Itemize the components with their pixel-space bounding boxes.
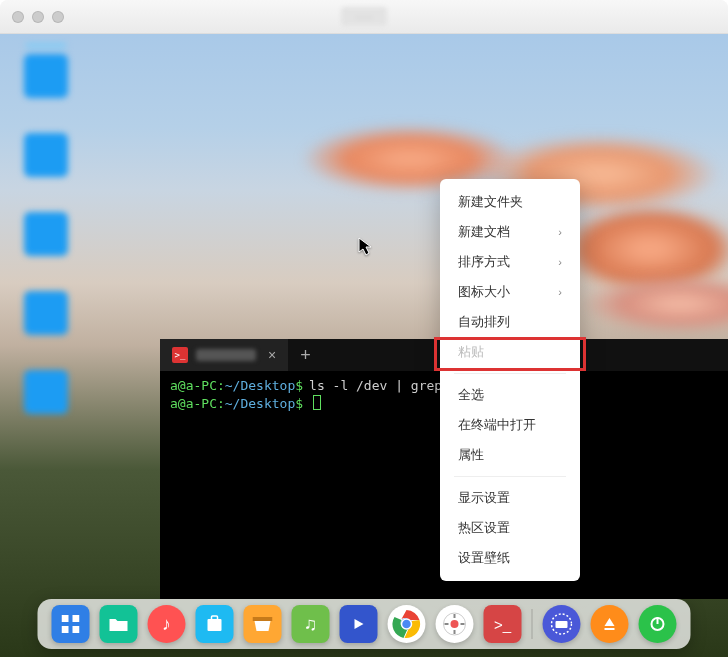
prompt-user: a@a-PC	[170, 396, 217, 411]
chevron-right-icon: ›	[558, 226, 562, 238]
terminal-icon-glyph: >_	[175, 350, 186, 360]
note-icon: ♫	[304, 615, 318, 633]
ctx-item-label: 在终端中打开	[458, 416, 536, 434]
svg-rect-1	[73, 615, 80, 622]
chevron-right-icon: ›	[558, 286, 562, 298]
ctx-paste: 粘贴	[440, 337, 580, 367]
desktop[interactable]: >_ × + a@a-PC:~/Desktop$ls -l /dev | gre…	[0, 34, 728, 657]
terminal-icon: >_	[172, 347, 188, 363]
maximize-window-button[interactable]	[52, 11, 64, 23]
ctx-item-label: 排序方式	[458, 253, 510, 271]
dock-disk-icon[interactable]	[591, 605, 629, 643]
ctx-icon-size[interactable]: 图标大小 ›	[440, 277, 580, 307]
svg-rect-2	[62, 626, 69, 633]
ctx-auto-arrange[interactable]: 自动排列	[440, 307, 580, 337]
ctx-new-document[interactable]: 新建文档 ›	[440, 217, 580, 247]
close-window-button[interactable]	[12, 11, 24, 23]
dock-music-icon[interactable]: ♪	[148, 605, 186, 643]
desktop-icon[interactable]	[24, 133, 68, 177]
desktop-icon[interactable]	[24, 212, 68, 256]
terminal-cursor	[313, 395, 321, 410]
ctx-sort-by[interactable]: 排序方式 ›	[440, 247, 580, 277]
dock-separator	[532, 609, 533, 639]
terminal-prompt-icon: >_	[494, 617, 511, 632]
minimize-window-button[interactable]	[32, 11, 44, 23]
prompt-path: ~/Desktop	[225, 378, 295, 393]
ctx-item-label: 显示设置	[458, 489, 510, 507]
dock-chrome-icon[interactable]	[388, 605, 426, 643]
svg-rect-17	[556, 621, 568, 628]
svg-point-9	[402, 619, 412, 629]
mouse-cursor	[358, 237, 374, 261]
desktop-icon[interactable]	[24, 291, 68, 335]
music-note-icon: ♪	[162, 615, 171, 633]
dock-files-icon[interactable]	[100, 605, 138, 643]
svg-rect-18	[605, 628, 615, 630]
svg-rect-6	[253, 617, 273, 621]
ctx-select-all[interactable]: 全选	[440, 380, 580, 410]
ctx-properties[interactable]: 属性	[440, 440, 580, 470]
ctx-item-label: 属性	[458, 446, 484, 464]
prompt-path: ~/Desktop	[225, 396, 295, 411]
ctx-open-in-terminal[interactable]: 在终端中打开	[440, 410, 580, 440]
ctx-item-label: 新建文档	[458, 223, 510, 241]
new-tab-button[interactable]: +	[288, 345, 323, 366]
menu-separator	[454, 476, 566, 477]
window-title: ·····	[341, 7, 387, 26]
dock-launcher-icon[interactable]	[52, 605, 90, 643]
window-frame: ····· >_ ×	[0, 0, 728, 657]
dock-settings-icon[interactable]	[436, 605, 474, 643]
ctx-set-wallpaper[interactable]: 设置壁纸	[440, 543, 580, 573]
terminal-tab-title	[196, 349, 256, 361]
dock-terminal-icon[interactable]: >_	[484, 605, 522, 643]
desktop-icons	[24, 54, 68, 414]
chevron-right-icon: ›	[558, 256, 562, 268]
ctx-item-label: 自动排列	[458, 313, 510, 331]
svg-rect-5	[212, 616, 218, 620]
dock-appstore-icon[interactable]	[244, 605, 282, 643]
ctx-item-label: 热区设置	[458, 519, 510, 537]
dock-power-icon[interactable]	[639, 605, 677, 643]
window-controls	[12, 11, 64, 23]
dock-video-icon[interactable]	[340, 605, 378, 643]
desktop-context-menu: 新建文件夹 新建文档 › 排序方式 › 图标大小 › 自动排列 粘贴 全选	[440, 179, 580, 581]
ctx-item-label: 图标大小	[458, 283, 510, 301]
dock-media-icon[interactable]: ♫	[292, 605, 330, 643]
desktop-icon[interactable]	[24, 54, 68, 98]
svg-rect-3	[73, 626, 80, 633]
svg-rect-4	[208, 619, 222, 631]
ctx-hotzone-settings[interactable]: 热区设置	[440, 513, 580, 543]
ctx-display-settings[interactable]: 显示设置	[440, 483, 580, 513]
prompt-user: a@a-PC	[170, 378, 217, 393]
dock-store-icon[interactable]	[196, 605, 234, 643]
ctx-item-label: 粘贴	[458, 343, 484, 361]
terminal-command: ls -l /dev | grep	[309, 378, 442, 393]
ctx-new-folder[interactable]: 新建文件夹	[440, 187, 580, 217]
ctx-item-label: 新建文件夹	[458, 193, 523, 211]
ctx-item-label: 设置壁纸	[458, 549, 510, 567]
desktop-icon[interactable]	[24, 370, 68, 414]
dock-keyboard-icon[interactable]	[543, 605, 581, 643]
terminal-tab[interactable]: >_ ×	[160, 339, 288, 371]
ctx-item-label: 全选	[458, 386, 484, 404]
titlebar: ·····	[0, 0, 728, 34]
menu-separator	[454, 373, 566, 374]
close-tab-button[interactable]: ×	[268, 347, 276, 363]
svg-point-11	[451, 620, 459, 628]
dock: ♪ ♫	[38, 599, 691, 649]
svg-rect-0	[62, 615, 69, 622]
